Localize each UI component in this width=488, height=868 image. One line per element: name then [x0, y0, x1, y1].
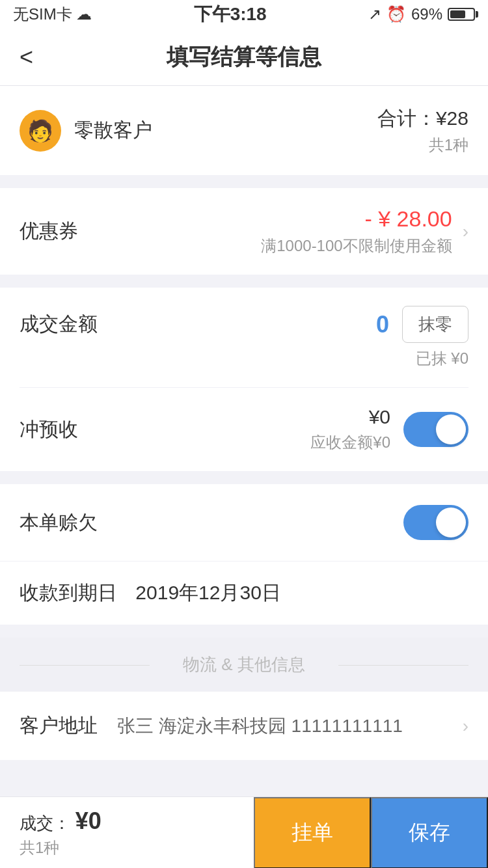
prepay-row: 冲预收 ¥0 应收金额¥0 [0, 388, 488, 471]
deal-row: 成交金额 0 抹零 已抹 ¥0 [0, 288, 488, 387]
status-right: ↗ ⏰ 69% [368, 5, 475, 23]
hold-order-button[interactable]: 挂单 [254, 797, 371, 869]
total-amount: 合计：¥28 [377, 105, 468, 132]
bottom-deal-label: 成交： [20, 813, 70, 833]
logistics-label: 物流 & 其他信息 [183, 655, 305, 674]
deal-label: 成交金额 [20, 311, 98, 338]
status-left: 无SIM卡 ☁ [13, 4, 92, 25]
back-button[interactable]: < [20, 44, 33, 71]
customer-right: 合计：¥28 共1种 [377, 105, 468, 156]
save-button[interactable]: 保存 [371, 797, 488, 869]
battery-icon [448, 8, 475, 21]
status-bar: 无SIM卡 ☁ 下午3:18 ↗ ⏰ 69% [0, 0, 488, 29]
bottom-deal-amount: ¥0 [75, 807, 102, 834]
bottom-bar: 成交： ¥0 共1种 挂单 保存 [0, 796, 488, 868]
debt-row: 本单赊欠 [0, 484, 488, 561]
prepay-main-amount: ¥0 [310, 406, 390, 428]
prepay-right: ¥0 应收金额¥0 [310, 406, 468, 453]
avatar: 🧑 [20, 110, 61, 152]
prepay-sub-amount: 应收金额¥0 [310, 432, 390, 453]
battery-percent: 69% [411, 5, 442, 23]
due-date-value: 2019年12月30日 [135, 582, 280, 603]
customer-name: 零散客户 [74, 117, 152, 144]
customer-row: 🧑 零散客户 合计：¥28 共1种 [0, 86, 488, 175]
bottom-count: 共1种 [20, 837, 234, 858]
prepay-label: 冲预收 [20, 416, 78, 443]
due-date-label: 收款到期日 [20, 582, 117, 603]
due-date-row: 收款到期日 2019年12月30日 [0, 561, 488, 625]
logistics-divider: 物流 & 其他信息 [0, 638, 488, 692]
debt-toggle[interactable] [403, 505, 468, 540]
transaction-section: 成交金额 0 抹零 已抹 ¥0 冲预收 ¥0 应收金额¥0 [0, 288, 488, 471]
nav-bar: < 填写结算等信息 [0, 29, 488, 86]
location-icon: ↗ [368, 5, 381, 23]
coupon-label: 优惠券 [20, 218, 78, 245]
coupon-chevron-icon: › [463, 221, 468, 242]
address-section: 客户地址 张三 海淀永丰科技园 11111111111 › [0, 692, 488, 760]
coupon-right: - ¥ 28.00 满1000-100不限制使用金额 › [261, 206, 468, 256]
coupon-row[interactable]: 优惠券 - ¥ 28.00 满1000-100不限制使用金额 › [0, 188, 488, 275]
debt-label: 本单赊欠 [20, 509, 98, 536]
prepay-amounts: ¥0 应收金额¥0 [310, 406, 390, 453]
coupon-section[interactable]: 优惠券 - ¥ 28.00 满1000-100不限制使用金额 › [0, 188, 488, 275]
debt-toggle-knob [436, 508, 466, 537]
customer-left: 🧑 零散客户 [20, 110, 152, 152]
bottom-info: 成交： ¥0 共1种 [0, 807, 254, 858]
toggle-knob [436, 414, 466, 444]
alarm-icon: ⏰ [386, 5, 406, 23]
deal-right: 0 抹零 [376, 306, 468, 343]
coupon-value-col: - ¥ 28.00 满1000-100不限制使用金额 [261, 206, 452, 256]
round-button[interactable]: 抹零 [402, 306, 468, 343]
total-count: 共1种 [377, 135, 468, 156]
deal-sub: 已抹 ¥0 [20, 348, 468, 369]
address-label: 客户地址 [20, 712, 98, 739]
prepay-toggle[interactable] [403, 412, 468, 447]
deal-top: 成交金额 0 抹零 [20, 306, 468, 343]
sim-label: 无SIM卡 ☁ [13, 4, 92, 25]
deal-value[interactable]: 0 [376, 311, 389, 338]
avatar-icon: 🧑 [27, 118, 53, 143]
address-row[interactable]: 客户地址 张三 海淀永丰科技园 11111111111 › [0, 692, 488, 760]
status-time: 下午3:18 [194, 2, 267, 27]
page-title: 填写结算等信息 [167, 42, 321, 72]
address-chevron-icon: › [463, 716, 468, 737]
bottom-deal-line: 成交： ¥0 [20, 807, 234, 835]
address-value: 张三 海淀永丰科技园 11111111111 [117, 714, 463, 739]
customer-section: 🧑 零散客户 合计：¥28 共1种 [0, 86, 488, 175]
coupon-amount: - ¥ 28.00 [261, 206, 452, 232]
debt-section: 本单赊欠 收款到期日 2019年12月30日 [0, 484, 488, 625]
coupon-sub: 满1000-100不限制使用金额 [261, 236, 452, 256]
